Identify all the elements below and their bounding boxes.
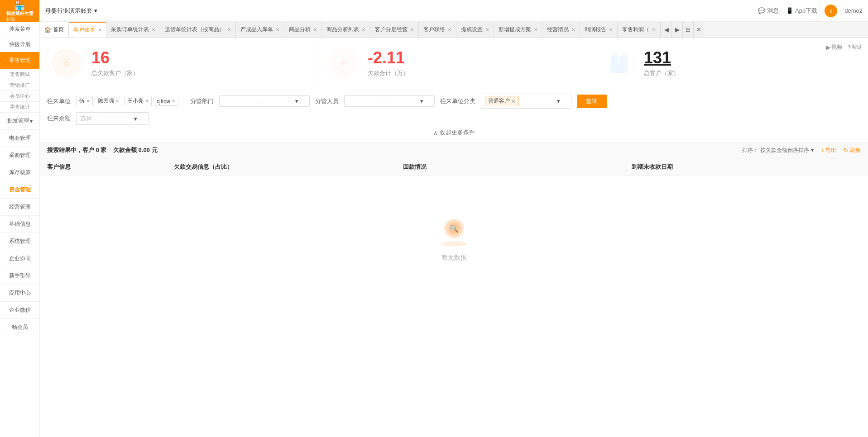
sidebar-item-purchase[interactable]: 采购管理 — [0, 147, 39, 164]
sidebar-item-label: 基础信息 — [9, 221, 31, 227]
collapse-label: 收起更多条件 — [440, 128, 475, 137]
empty-state: 🔍 暂无数据 — [40, 176, 868, 298]
sidebar-item-system[interactable]: 系统管理 — [0, 233, 39, 250]
tab-close-icon[interactable]: ✕ — [313, 27, 317, 32]
tab-product-inbound[interactable]: 产成品入库单 ✕ — [236, 22, 284, 38]
collapse-btn[interactable]: ∧ 收起更多条件 — [433, 128, 475, 137]
sidebar-subitem-retail-mall[interactable]: 零售商城 — [0, 69, 39, 80]
sort-select[interactable]: 排序： 按欠款金额倒序排序 ▾ — [742, 147, 814, 154]
tag-close-2[interactable]: ✕ — [145, 99, 149, 104]
tab-home[interactable]: 🏠 首页 — [40, 22, 69, 38]
tab-close-icon[interactable]: ✕ — [571, 27, 575, 32]
tab-customer-tier[interactable]: 客户分层经营 ✕ — [370, 22, 419, 38]
stat-label-customers: 总欠款客户（家） — [91, 69, 139, 77]
sidebar-item-newbie[interactable]: 新手引导 — [0, 267, 39, 285]
help-btn[interactable]: ? 帮助 — [848, 43, 863, 51]
tab-close-icon[interactable]: ✕ — [152, 27, 155, 32]
app-download-btn[interactable]: 📱 App下载 — [786, 7, 817, 15]
filter-more-btn[interactable]: ... — [180, 98, 185, 104]
tab-close-icon[interactable]: ✕ — [448, 27, 451, 32]
tab-operation[interactable]: 经营情况 ✕ — [542, 22, 580, 38]
sidebar-item-inventory[interactable]: 库存核算 — [0, 164, 39, 181]
unit-class-tag: 普通客户 ✕ — [485, 96, 519, 106]
tabs-scroll-left[interactable]: ◀ — [661, 22, 671, 38]
svg-point-8 — [441, 241, 467, 247]
stat-card-total: 131 总客户（家） ▶ 视频 ? 帮助 — [592, 38, 868, 88]
sidebar-item-app-center[interactable]: 应用中心 — [0, 285, 39, 302]
filter-tag-0: 伍 ✕ — [76, 96, 93, 106]
stat-value-debt: -2.11 — [368, 48, 409, 67]
tab-profit-report[interactable]: 利润报告 ✕ — [580, 22, 618, 38]
stat-card-debt: ✦ -2.11 欠款合计（万） — [316, 38, 592, 88]
tab-new-promo[interactable]: 新增提成方案 ✕ — [494, 22, 542, 38]
tabs-menu-btn[interactable]: ⊞ — [682, 22, 693, 38]
sidebar-subitem-retail-stats[interactable]: 零售统计 — [0, 102, 39, 113]
tab-label: 产成品入库单 — [240, 26, 273, 33]
tag-label-3: cjttcw — [157, 98, 170, 104]
tab-label: 新增提成方案 — [499, 26, 531, 33]
query-button[interactable]: 查询 — [577, 95, 607, 108]
tab-purchase-order[interactable]: 采购订单统计表 ✕ — [106, 22, 160, 38]
tab-retail-profit[interactable]: 零售利润（ ✕ — [618, 22, 661, 38]
tab-close-icon[interactable]: ✕ — [609, 27, 613, 32]
export-label: 导出 — [825, 147, 836, 154]
messages-btn[interactable]: 💬 消息 — [758, 7, 779, 15]
sidebar-item-enterprise[interactable]: 企业协同 — [0, 250, 39, 267]
sidebar-item-wholesale[interactable]: 批发管理 ▾ — [0, 113, 39, 130]
quick-nav-btn[interactable]: 快捷导航 — [0, 37, 39, 52]
chevron-up-icon: ∧ — [433, 129, 438, 136]
tag-close-0[interactable]: ✕ — [86, 99, 90, 104]
sidebar-item-basic-info[interactable]: 基础信息 — [0, 216, 39, 233]
filter-tag-3: cjttcw ✕ — [153, 97, 178, 106]
unit-class-tag-close[interactable]: ✕ — [511, 98, 516, 104]
store-name: 母婴行业演示账套 — [45, 7, 92, 15]
message-icon: 💬 — [758, 7, 765, 14]
tab-close-icon[interactable]: ✕ — [98, 28, 101, 33]
tabs-close-all-btn[interactable]: ✕ — [693, 22, 704, 38]
tabs-scroll-right[interactable]: ▶ — [671, 22, 682, 38]
video-help-btn[interactable]: ▶ 视频 — [826, 43, 842, 51]
tab-close-icon[interactable]: ✕ — [652, 27, 656, 32]
table-header: 客户信息 欠款交易信息（占比） 回款情况 到期未收款日期 — [40, 158, 868, 176]
result-info: 搜索结果中，客户 0 家 欠款金额 0.00 元 — [47, 146, 158, 154]
svg-text:✦: ✦ — [339, 58, 347, 69]
tab-close-icon[interactable]: ✕ — [276, 27, 279, 32]
sidebar-subitem-label: 零售商城 — [10, 71, 30, 77]
tab-close-icon[interactable]: ✕ — [534, 27, 537, 32]
topbar-right: 💬 消息 📱 App下载 d demo2 — [758, 5, 863, 17]
col-header-collection: 回款情况 — [403, 163, 632, 171]
sidebar-subitem-member[interactable]: 会员中心 — [0, 91, 39, 102]
tag-close-3[interactable]: ✕ — [172, 99, 175, 104]
export-btn[interactable]: ↑ 导出 — [821, 147, 836, 154]
avatar: d — [825, 5, 837, 17]
sidebar-item-finance[interactable]: 资金管理 — [0, 181, 39, 199]
unit-class-select[interactable]: 普通客户 ✕ ▾ — [481, 94, 571, 109]
store-selector[interactable]: 母婴行业演示账套 ▾ — [45, 7, 97, 15]
branch-person-select[interactable]: ... ▾ — [344, 95, 435, 107]
tab-promo-settings[interactable]: 提成设置 ✕ — [456, 22, 494, 38]
question-icon: ? — [848, 44, 851, 51]
sidebar-item-label: 系统管理 — [9, 238, 31, 244]
tab-close-icon[interactable]: ✕ — [485, 27, 489, 32]
tab-close-icon[interactable]: ✕ — [362, 27, 365, 32]
tab-stock-stats[interactable]: 进货单统计表（按商品） ✕ — [160, 22, 236, 38]
tab-product-analysis-list[interactable]: 商品分析列表 ✕ — [322, 22, 370, 38]
sidebar-item-vip[interactable]: 畅会员 — [0, 319, 39, 336]
sidebar-item-label: 库存核算 — [9, 169, 31, 176]
sidebar-subitem-marketing[interactable]: 营销推广 — [0, 80, 39, 91]
sidebar-item-wechat-work[interactable]: 企业微信 — [0, 302, 39, 319]
balance-select[interactable]: 选择... ▾ — [76, 112, 149, 125]
tab-close-icon[interactable]: ✕ — [227, 27, 231, 32]
search-menu-btn[interactable]: 搜索菜单 — [0, 22, 39, 37]
sidebar-item-operation[interactable]: 经营管理 — [0, 199, 39, 216]
sidebar-item-retail[interactable]: 零售管理 — [0, 52, 39, 69]
tab-customer-book[interactable]: 客户账本 ✕ — [69, 22, 106, 38]
branch-dept-select[interactable]: ... ▾ — [219, 95, 310, 107]
tab-product-analysis[interactable]: 商品分析 ✕ — [284, 22, 322, 38]
refresh-btn[interactable]: ↻ 刷新 — [844, 147, 861, 154]
sidebar-item-ecommerce[interactable]: 电商管理 — [0, 130, 39, 147]
help-label: 帮助 — [852, 43, 863, 51]
tab-customer-contact[interactable]: 客户联络 ✕ — [419, 22, 456, 38]
tab-close-icon[interactable]: ✕ — [410, 27, 414, 32]
tag-close-1[interactable]: ✕ — [115, 99, 119, 104]
